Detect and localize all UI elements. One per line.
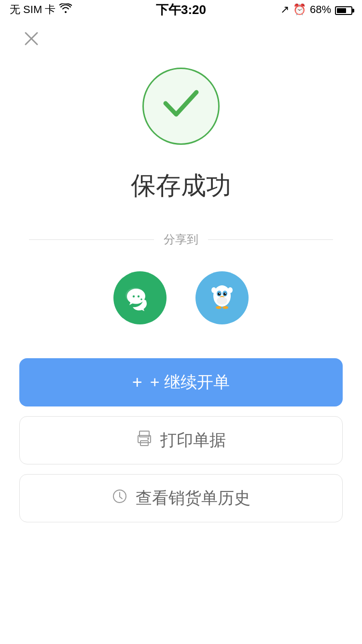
svg-point-23 (147, 438, 149, 440)
svg-rect-20 (139, 431, 149, 437)
history-icon (111, 488, 128, 508)
checkmark-icon (162, 86, 200, 126)
print-label: 打印单据 (160, 429, 226, 451)
continue-order-button[interactable]: + + 继续开单 (19, 358, 343, 406)
qq-share-button[interactable] (195, 271, 249, 324)
history-label: 查看销货单历史 (136, 487, 251, 509)
svg-point-17 (223, 306, 228, 309)
history-button[interactable]: 查看销货单历史 (19, 474, 343, 522)
svg-point-10 (218, 293, 221, 295)
svg-point-13 (225, 293, 226, 294)
share-label: 分享到 (154, 232, 208, 247)
wechat-share-button[interactable] (113, 271, 167, 324)
svg-point-19 (228, 287, 233, 293)
svg-point-11 (223, 293, 226, 295)
svg-point-5 (140, 298, 142, 300)
main-content: 保存成功 分享到 (0, 19, 362, 522)
battery-percent: 68% (310, 3, 331, 16)
svg-point-16 (216, 306, 222, 309)
no-sim-text: 无 SIM 卡 (10, 2, 56, 17)
location-icon: ↗ (280, 3, 289, 16)
svg-point-18 (211, 287, 216, 293)
wifi-icon (59, 3, 72, 16)
close-button[interactable] (19, 27, 43, 51)
svg-point-15 (217, 297, 227, 305)
share-icons (113, 271, 249, 324)
status-right: ↗ ⏰ 68% (280, 3, 352, 16)
divider-line-right (208, 239, 333, 240)
svg-point-6 (144, 298, 146, 300)
svg-point-4 (137, 295, 139, 297)
status-left: 无 SIM 卡 (10, 2, 72, 17)
status-time: 下午3:20 (156, 1, 206, 18)
alarm-icon: ⏰ (293, 3, 306, 16)
status-bar: 无 SIM 卡 下午3:20 ↗ ⏰ 68% (0, 0, 362, 19)
svg-point-3 (132, 295, 134, 297)
print-button[interactable]: 打印单据 (19, 416, 343, 464)
success-title: 保存成功 (131, 169, 231, 203)
continue-order-label: + 继续开单 (150, 371, 230, 393)
svg-point-12 (219, 293, 220, 294)
buttons-section: + + 继续开单 打印单据 查看销货单历史 (0, 358, 362, 522)
print-icon (136, 430, 153, 450)
plus-icon: + (132, 372, 142, 392)
battery-icon (335, 3, 352, 16)
share-divider: 分享到 (0, 232, 362, 247)
divider-line-left (29, 239, 154, 240)
success-circle (142, 68, 220, 145)
